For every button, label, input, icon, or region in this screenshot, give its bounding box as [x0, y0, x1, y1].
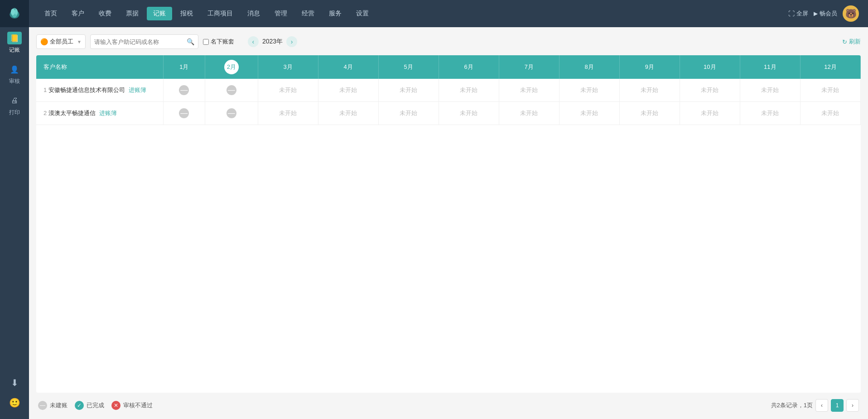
month-cell: 未开始: [619, 79, 680, 102]
pagination: 共2条记录，1页 ‹ 1 ›: [771, 399, 859, 412]
nav-message[interactable]: 消息: [241, 7, 266, 20]
employee-icon: 🟠: [40, 38, 48, 45]
month-cell: 未开始: [378, 102, 439, 125]
my-accounts-checkbox[interactable]: [203, 39, 209, 45]
next-page-button[interactable]: ›: [846, 399, 859, 412]
search-button[interactable]: 🔍: [187, 38, 194, 45]
nav-tax[interactable]: 报税: [174, 7, 199, 20]
month-cell: 未开始: [680, 79, 740, 102]
col-aug: 8月: [559, 55, 619, 79]
not-started-status: 未开始: [761, 110, 779, 116]
print-icon: 🖨: [7, 94, 22, 107]
nav-billing[interactable]: 收费: [92, 7, 118, 20]
month-cell: —: [205, 79, 258, 102]
not-created-status: —: [227, 108, 236, 118]
my-accounts-label[interactable]: 名下账套: [203, 38, 234, 46]
ledger-icon: 📒: [7, 32, 22, 44]
chevron-down-icon: ▼: [77, 39, 82, 44]
not-started-status: 未开始: [279, 110, 297, 116]
client-num: 2: [43, 110, 47, 116]
data-table: 客户名称 1月 2月 3月 4月 5月 6月 7月 8月 9月 10月 11月: [36, 55, 861, 125]
nav-settings[interactable]: 设置: [350, 7, 375, 20]
rejected-icon: ✕: [111, 401, 121, 410]
top-nav: 首页 客户 收费 票据 记账 报税 工商项目 消息 管理 经营 服务 设置 ⛶ …: [29, 0, 868, 27]
table-row: 1安徽畅捷通信息技术有限公司进账簿——未开始未开始未开始未开始未开始未开始未开始…: [36, 79, 861, 102]
col-feb: 2月: [205, 55, 258, 79]
not-started-status: 未开始: [701, 87, 719, 93]
employee-selector-label: 全部员工: [50, 38, 73, 46]
completed-icon: ✓: [75, 401, 84, 410]
legend-completed: ✓ 已完成: [75, 401, 104, 410]
refresh-button[interactable]: ↻ 刷新: [842, 38, 861, 46]
employee-selector[interactable]: 🟠 全部员工 ▼: [36, 34, 86, 49]
month-cell: —: [163, 102, 205, 125]
fullscreen-button[interactable]: ⛶ 全屏: [788, 10, 808, 18]
nav-business[interactable]: 工商项目: [201, 7, 239, 20]
not-started-status: 未开始: [460, 87, 477, 93]
col-jul: 7月: [499, 55, 559, 79]
page-1-button[interactable]: 1: [831, 399, 844, 412]
sidebar-bottom: ⬇ 🙂: [0, 374, 29, 419]
sidebar-download[interactable]: ⬇: [0, 374, 29, 392]
completed-label: 已完成: [87, 401, 104, 409]
client-cell: 1安徽畅捷通信息技术有限公司进账簿: [36, 79, 163, 102]
month-cell: 未开始: [439, 79, 499, 102]
member-button[interactable]: ▶ 畅会员: [814, 10, 837, 18]
nav-client[interactable]: 客户: [65, 7, 91, 20]
month-cell: 未开始: [800, 79, 860, 102]
footer: — 未建账 ✓ 已完成 ✕ 审核不通过 共2条记录，1页 ‹ 1 ›: [36, 399, 861, 412]
year-label: 2023年: [262, 38, 283, 46]
enter-ledger-link[interactable]: 进账簿: [129, 87, 146, 93]
next-year-button[interactable]: ›: [286, 36, 297, 47]
nav-service[interactable]: 服务: [323, 7, 348, 20]
svg-point-3: [14, 9, 18, 15]
avatar[interactable]: 🐻: [843, 5, 859, 22]
year-nav: ‹ 2023年 ›: [248, 36, 297, 47]
nav-operation[interactable]: 经营: [295, 7, 321, 20]
table-row: 2漠澳太平畅捷通信进账簿——未开始未开始未开始未开始未开始未开始未开始未开始未开…: [36, 102, 861, 125]
month-cell: —: [205, 102, 258, 125]
col-may: 5月: [378, 55, 439, 79]
not-started-status: 未开始: [821, 110, 839, 116]
prev-year-button[interactable]: ‹: [248, 36, 259, 47]
sidebar-item-print[interactable]: 🖨 打印: [0, 90, 29, 121]
not-started-status: 未开始: [580, 110, 598, 116]
col-sep: 9月: [619, 55, 680, 79]
col-mar: 3月: [258, 55, 318, 79]
not-created-icon: —: [38, 401, 47, 410]
total-label: 共2条记录，1页: [771, 401, 813, 409]
enter-ledger-link[interactable]: 进账簿: [99, 110, 117, 116]
month-cell: 未开始: [680, 102, 740, 125]
not-started-status: 未开始: [520, 87, 538, 93]
search-wrap: 🔍: [90, 34, 198, 49]
not-created-label: 未建账: [50, 401, 68, 409]
month-cell: 未开始: [499, 102, 559, 125]
not-started-status: 未开始: [520, 110, 538, 116]
month-cell: 未开始: [740, 102, 800, 125]
nav-right: ⛶ 全屏 ▶ 畅会员 🐻: [788, 5, 859, 22]
nav-home[interactable]: 首页: [38, 7, 63, 20]
month-cell: —: [163, 79, 205, 102]
month-cell: 未开始: [439, 102, 499, 125]
not-started-status: 未开始: [580, 87, 598, 93]
sidebar-item-ledger[interactable]: 📒 记账: [0, 27, 29, 58]
sidebar-support[interactable]: 🙂: [0, 394, 29, 412]
col-nov: 11月: [740, 55, 800, 79]
month-cell: 未开始: [740, 79, 800, 102]
month-cell: 未开始: [619, 102, 680, 125]
not-started-status: 未开始: [641, 110, 658, 116]
not-started-status: 未开始: [400, 87, 417, 93]
nav-invoice[interactable]: 票据: [120, 7, 145, 20]
sidebar-item-audit[interactable]: 👤 审核: [0, 58, 29, 90]
month-cell: 未开始: [559, 79, 619, 102]
not-started-status: 未开始: [460, 110, 477, 116]
nav-manage[interactable]: 管理: [268, 7, 294, 20]
search-input[interactable]: [94, 39, 185, 45]
col-oct: 10月: [680, 55, 740, 79]
nav-ledger[interactable]: 记账: [147, 7, 172, 20]
sidebar-logo[interactable]: [0, 0, 29, 27]
main-area: 首页 客户 收费 票据 记账 报税 工商项目 消息 管理 经营 服务 设置 ⛶ …: [29, 0, 868, 419]
prev-page-button[interactable]: ‹: [815, 399, 828, 412]
client-cell: 2漠澳太平畅捷通信进账簿: [36, 102, 163, 125]
active-month-circle: 2月: [224, 60, 239, 74]
